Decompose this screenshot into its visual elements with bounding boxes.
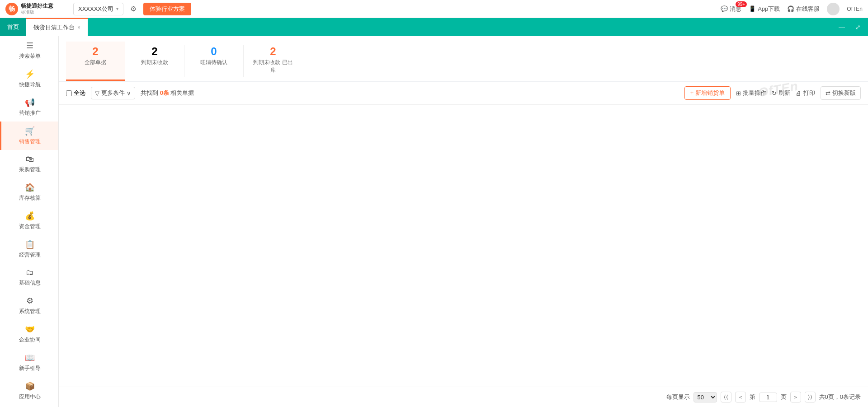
sidebar-icon-10: 🤝 <box>25 324 35 334</box>
last-page-button[interactable]: ⟩⟩ <box>805 392 816 402</box>
message-item[interactable]: 💬 消息 99+ <box>721 5 741 13</box>
stat-count-3: 2 <box>251 45 295 58</box>
sidebar-label-3: 销售管理 <box>19 138 41 145</box>
stat-label-2: 旺辅待确认 <box>192 59 236 66</box>
sidebar-item-7[interactable]: 📋经营管理 <box>0 235 58 263</box>
sidebar-item-9[interactable]: ⚙系统管理 <box>0 291 58 320</box>
chevron-down-icon: ▾ <box>116 6 118 11</box>
first-page-button[interactable]: ⟨⟨ <box>721 392 731 402</box>
logo-icon: 畅 <box>5 3 18 15</box>
sidebar-item-12[interactable]: 📦应用中心 <box>0 377 58 405</box>
sidebar-label-8: 基础信息 <box>19 279 41 287</box>
chevron-down-icon: ∨ <box>127 90 131 97</box>
tab-active[interactable]: 钱货日清工作台 × <box>26 18 88 36</box>
online-service-item[interactable]: 🎧 在线客服 <box>787 5 820 13</box>
sidebar-label-4: 采购管理 <box>19 166 41 173</box>
main-layout: ☰搜索菜单⚡快捷导航📢营销推广🛒销售管理🛍采购管理🏠库存核算💰资金管理📋经营管理… <box>0 36 868 407</box>
stat-tab-1[interactable]: 2到期未收款 <box>125 42 184 81</box>
sidebar-label-9: 系统管理 <box>19 308 41 315</box>
sidebar-item-8[interactable]: 🗂基础信息 <box>0 263 58 291</box>
found-prefix: 共找到 <box>141 89 158 96</box>
sidebar: ☰搜索菜单⚡快捷导航📢营销推广🛒销售管理🛍采购管理🏠库存核算💰资金管理📋经营管理… <box>0 36 59 407</box>
sidebar-label-12: 应用中心 <box>19 393 41 401</box>
stat-tab-0[interactable]: 2全部单据 <box>66 42 125 81</box>
per-page-label: 每页显示 <box>666 393 690 401</box>
sidebar-item-1[interactable]: ⚡快捷导航 <box>0 65 58 93</box>
sidebar-icon-7: 📋 <box>25 239 35 249</box>
page-label: 第 <box>750 393 755 401</box>
settings-button[interactable]: ⚙ <box>127 3 140 15</box>
message-icon: 💬 <box>721 5 728 12</box>
sidebar-item-11[interactable]: 📖新手引导 <box>0 348 58 377</box>
trial-button[interactable]: 体验行业方案 <box>143 3 191 15</box>
sidebar-icon-12: 📦 <box>25 381 35 391</box>
toolbar: 全选 ▽ 更多条件 ∨ 共找到 0条 相关单据 + 新增销货单 ⊞ 批量操作 <box>59 82 868 105</box>
home-label: 首页 <box>7 23 19 31</box>
total-label: 共0页，0条记录 <box>819 393 861 401</box>
close-tab-icon[interactable]: × <box>77 24 80 31</box>
sidebar-item-3[interactable]: 🛒销售管理 <box>0 122 58 150</box>
nav-tabs: 首页 钱货日清工作台 × — ⤢ <box>0 18 868 36</box>
add-icon: + 新增销货单 <box>690 89 725 97</box>
select-all-label[interactable]: 全选 <box>66 89 85 97</box>
sidebar-icon-6: 💰 <box>25 211 35 221</box>
sidebar-item-6[interactable]: 💰资金管理 <box>0 206 58 235</box>
sidebar-icon-4: 🛍 <box>26 154 34 164</box>
sidebar-label-2: 营销推广 <box>19 109 41 117</box>
page-number-input[interactable] <box>759 393 777 402</box>
batch-operation-button[interactable]: ⊞ 批量操作 <box>736 89 766 97</box>
stat-count-2: 0 <box>192 45 236 58</box>
active-tab-label: 钱货日清工作台 <box>33 23 75 32</box>
sidebar-label-10: 企业协同 <box>19 336 41 344</box>
select-all-checkbox[interactable] <box>66 90 72 96</box>
add-sales-order-button[interactable]: + 新增销货单 <box>684 86 731 100</box>
sidebar-icon-0: ☰ <box>26 41 33 51</box>
company-selector[interactable]: XXXXXX公司 ▾ <box>73 3 123 15</box>
service-icon: 🎧 <box>787 5 794 12</box>
toolbar-right: + 新增销货单 ⊞ 批量操作 ↻ 刷新 🖨 打印 ⇄ 切换新版 <box>684 86 861 100</box>
refresh-button[interactable]: ↻ 刷新 <box>772 89 790 97</box>
sidebar-item-10[interactable]: 🤝企业协同 <box>0 320 58 348</box>
app-download-item[interactable]: 📱 App下载 <box>749 5 780 13</box>
prev-page-button[interactable]: ＜ <box>735 392 746 402</box>
switch-version-button[interactable]: ⇄ 切换新版 <box>821 86 861 100</box>
page-suffix: 页 <box>781 393 787 401</box>
per-page-select[interactable]: 102050100 <box>693 392 717 402</box>
logo-area: 畅 畅捷通好生意 标准版 <box>5 3 64 15</box>
sidebar-label-6: 资金管理 <box>19 223 41 230</box>
stat-label-3: 到期未收款 已出库 <box>251 59 295 74</box>
maximize-button[interactable]: ⤢ <box>852 21 864 33</box>
next-page-button[interactable]: ＞ <box>790 392 801 402</box>
sidebar-item-4[interactable]: 🛍采购管理 <box>0 150 58 178</box>
filter-label: 更多条件 <box>101 89 125 97</box>
avatar-name: OfTEn <box>847 6 863 12</box>
sidebar-item-13[interactable]: 💬企业微信 <box>0 405 58 407</box>
sidebar-icon-11: 📖 <box>25 353 35 363</box>
stat-count-1: 2 <box>132 45 177 58</box>
sidebar-icon-2: 📢 <box>25 98 35 108</box>
stat-label-0: 全部单据 <box>73 59 118 66</box>
stat-tab-3[interactable]: 2到期未收款 已出库 <box>244 42 302 81</box>
sidebar-item-2[interactable]: 📢营销推广 <box>0 93 58 122</box>
found-count: 0条 <box>160 89 169 96</box>
refresh-label: 刷新 <box>778 89 790 97</box>
print-label: 打印 <box>803 89 815 97</box>
logo-sub: 标准版 <box>21 9 53 15</box>
online-service-label: 在线客服 <box>796 5 820 13</box>
minimize-button[interactable]: — <box>835 21 848 33</box>
stat-tab-2[interactable]: 0旺辅待确认 <box>184 42 243 81</box>
stat-label-1: 到期未收款 <box>132 59 177 66</box>
stats-tabs: 2全部单据2到期未收款0旺辅待确认2到期未收款 已出库 <box>59 36 868 81</box>
download-icon: 📱 <box>749 5 756 12</box>
filter-button[interactable]: ▽ 更多条件 ∨ <box>91 87 135 99</box>
batch-label: 批量操作 <box>743 89 766 97</box>
avatar[interactable] <box>827 3 840 15</box>
print-button[interactable]: 🖨 打印 <box>796 89 815 97</box>
sidebar-item-5[interactable]: 🏠库存核算 <box>0 178 58 206</box>
stat-count-0: 2 <box>73 45 118 58</box>
print-icon: 🖨 <box>796 90 802 97</box>
sidebar-item-0[interactable]: ☰搜索菜单 <box>0 36 58 65</box>
company-name: XXXXXX公司 <box>78 5 113 13</box>
sidebar-icon-1: ⚡ <box>25 69 35 79</box>
tab-home[interactable]: 首页 <box>0 18 26 36</box>
